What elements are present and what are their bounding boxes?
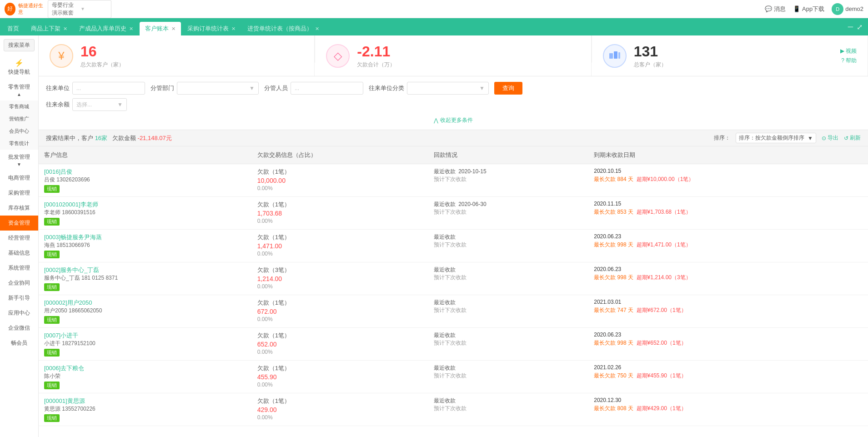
total-customers-value: 131	[634, 43, 667, 60]
repay-date-3: 最近收款	[434, 266, 583, 274]
help-icon: ?	[841, 57, 844, 64]
sidebar-item-quick-nav[interactable]: ⚡ 快捷导航	[0, 55, 38, 80]
tab-maximize-btn[interactable]: ⤢	[857, 23, 863, 31]
customer-tag-3: 现销	[44, 283, 60, 291]
result-count: 16家	[95, 135, 107, 141]
sidebar-item-member-center[interactable]: 会员中心	[0, 125, 38, 137]
sidebar-item-retail-mall[interactable]: 零售商城	[0, 100, 38, 113]
overdue-days-0: 最长欠款 884 天 超期¥10,000.00（1笔）	[594, 176, 863, 183]
debt-percent-2: 0.00%	[257, 251, 423, 257]
source-unit-input[interactable]: ...	[72, 82, 145, 95]
total-customers-icon	[603, 44, 627, 68]
overdue-days-7: 最长欠款 808 天 超期¥429.00（1笔）	[594, 405, 863, 412]
overdue-link-7[interactable]: 超期¥429.00（1笔）	[637, 405, 687, 412]
debt-amount-4[interactable]: 672.00	[257, 308, 423, 315]
debt-amount-0[interactable]: 10,000.00	[257, 177, 423, 184]
sidebar-item-inventory[interactable]: 库存核算	[0, 201, 38, 216]
sidebar-item-new-guide[interactable]: 新手引导	[0, 291, 38, 306]
tab-customer-account[interactable]: 客户账本 ✕	[140, 22, 181, 35]
tab-purchase-stats[interactable]: 进货单统计表（按商品） ✕	[242, 22, 325, 35]
customer-name-3[interactable]: [0002]服务中心_丁磊	[44, 266, 246, 274]
repay-next-0: 预计下次收款	[434, 176, 583, 183]
dept-select[interactable]: ▼	[177, 82, 259, 95]
debt-count-4: 欠款（1笔）	[257, 299, 423, 307]
tab-minimize-btn[interactable]: ─	[848, 23, 853, 31]
customer-name-2[interactable]: [0003]畅捷服务尹海蒸	[44, 233, 246, 241]
sidebar-item-retail-stats[interactable]: 零售统计	[0, 137, 38, 150]
sidebar-item-capital[interactable]: 资金管理	[0, 216, 38, 231]
chevron-down-icon-dept: ▼	[249, 85, 255, 91]
tab-production-history[interactable]: 产成品入库单历史 ✕	[74, 22, 139, 35]
sidebar-item-purchase-mgmt[interactable]: 采购管理	[0, 186, 38, 201]
debt-percent-3: 0.00%	[257, 283, 423, 290]
overdue-link-6[interactable]: 超期¥455.90（1笔）	[637, 372, 687, 379]
chevron-down-icon-batch: ▼	[17, 162, 21, 167]
customer-name-6[interactable]: [0006]去下粮仓	[44, 364, 246, 372]
table-row: [0003]畅捷服务尹海蒸 海燕 18513066976 现销 欠款（1笔） 1…	[39, 230, 868, 262]
sidebar-item-enterprise-wechat[interactable]: 企业微信	[0, 321, 38, 336]
table-row: [000002]用户2050 用户2050 18665062050 现销 欠款（…	[39, 295, 868, 328]
help-link[interactable]: ? 帮助	[841, 57, 857, 65]
debt-amount-6[interactable]: 455.90	[257, 373, 423, 381]
debt-amount-3[interactable]: 1,214.00	[257, 275, 423, 282]
tab-close-purchase-order[interactable]: ✕	[231, 26, 236, 32]
overdue-link-3[interactable]: 超期¥1,214.00（3笔）	[637, 274, 691, 281]
overdue-link-4[interactable]: 超期¥672.00（1笔）	[637, 307, 687, 313]
app-name: 畅捷通好生意	[18, 3, 43, 15]
message-btn[interactable]: 💬 消息	[765, 5, 786, 13]
stat-card-debt-customers: ¥ 16 总欠款客户（家）	[39, 35, 315, 76]
industry-selector[interactable]: 母婴行业演示账套 ▼	[48, 0, 111, 18]
collapse-btn[interactable]: ⋀ 收起更多条件	[434, 116, 473, 124]
sidebar-item-ecommerce[interactable]: 电商管理	[0, 171, 38, 186]
sidebar-item-marketing[interactable]: 营销推广	[0, 113, 38, 125]
customer-name-0[interactable]: [0016]吕俊	[44, 168, 246, 176]
tab-close-customer-account[interactable]: ✕	[171, 26, 176, 32]
sidebar-search-area: 搜索菜单	[0, 35, 38, 55]
tab-close-purchase-stats[interactable]: ✕	[315, 26, 319, 32]
refresh-btn[interactable]: ↺ 刷新	[844, 134, 861, 142]
overdue-link-5[interactable]: 超期¥652.00（1笔）	[637, 340, 687, 346]
query-btn[interactable]: 查询	[494, 82, 522, 95]
sort-select[interactable]: 排序：按欠款金额倒序排序 ▼	[736, 133, 816, 143]
debt-amount-5[interactable]: 652.00	[257, 341, 423, 348]
sidebar-item-app-center[interactable]: 应用中心	[0, 306, 38, 321]
video-link[interactable]: ▶ 视频	[840, 47, 857, 55]
svg-rect-1	[614, 51, 617, 59]
overdue-link-2[interactable]: 超期¥1,471.00（1笔）	[637, 241, 691, 248]
tab-home[interactable]: 首页	[2, 22, 25, 35]
debt-amount-2[interactable]: 1,471.00	[257, 242, 423, 250]
sidebar-item-retail-mgmt[interactable]: 零售管理 ▲	[0, 80, 38, 100]
export-btn[interactable]: ⊙ 导出	[822, 134, 838, 142]
tab-purchase-order[interactable]: 采购订单统计表 ✕	[182, 22, 241, 35]
sidebar-item-batch-mgmt[interactable]: 批发管理 ▼	[0, 150, 38, 171]
tab-product-shelf[interactable]: 商品上下架 ✕	[25, 22, 73, 35]
unit-class-select[interactable]: ▼	[407, 82, 489, 95]
customer-name-5[interactable]: [0007]小进干	[44, 332, 246, 340]
search-menu-btn[interactable]: 搜索菜单	[4, 39, 35, 51]
sidebar-item-operations[interactable]: 经营管理	[0, 231, 38, 246]
phone-icon: 📱	[793, 5, 800, 12]
repay-next-6: 预计下次收款	[434, 372, 583, 380]
tab-close-product-shelf[interactable]: ✕	[63, 26, 67, 32]
overdue-link-0[interactable]: 超期¥10,000.00（1笔）	[637, 176, 694, 182]
customer-phone-2: 海燕 18513066976	[44, 241, 246, 249]
sidebar-item-basic-info[interactable]: 基础信息	[0, 246, 38, 261]
debt-percent-4: 0.00%	[257, 316, 423, 322]
customer-name-7[interactable]: [000001]黄思源	[44, 397, 246, 405]
sidebar-item-system[interactable]: 系统管理	[0, 261, 38, 276]
balance-select[interactable]: 选择... ▼	[72, 98, 127, 111]
app-download-btn[interactable]: 📱 App下载	[793, 5, 824, 13]
overdue-link-1[interactable]: 超期¥1,703.68（1笔）	[637, 209, 691, 215]
sidebar-item-vip-member[interactable]: 畅会员	[0, 336, 38, 351]
customer-name-1[interactable]: [0001020001]李老师	[44, 201, 246, 209]
person-input[interactable]: ...	[291, 82, 363, 95]
overdue-days-4: 最长欠款 747 天 超期¥672.00（1笔）	[594, 306, 863, 314]
sidebar-item-enterprise-collab[interactable]: 企业协同	[0, 276, 38, 291]
debt-amount-1[interactable]: 1,703.68	[257, 210, 423, 217]
result-info: 搜索结果中，客户 16家 欠款金额 -21,148.07元	[46, 134, 172, 142]
debt-amount-7[interactable]: 429.00	[257, 406, 423, 413]
tab-close-production-history[interactable]: ✕	[129, 26, 133, 32]
overdue-date-3: 2020.06.23	[594, 266, 863, 272]
customer-name-4[interactable]: [000002]用户2050	[44, 299, 246, 307]
user-avatar[interactable]: D demo2	[832, 3, 863, 15]
